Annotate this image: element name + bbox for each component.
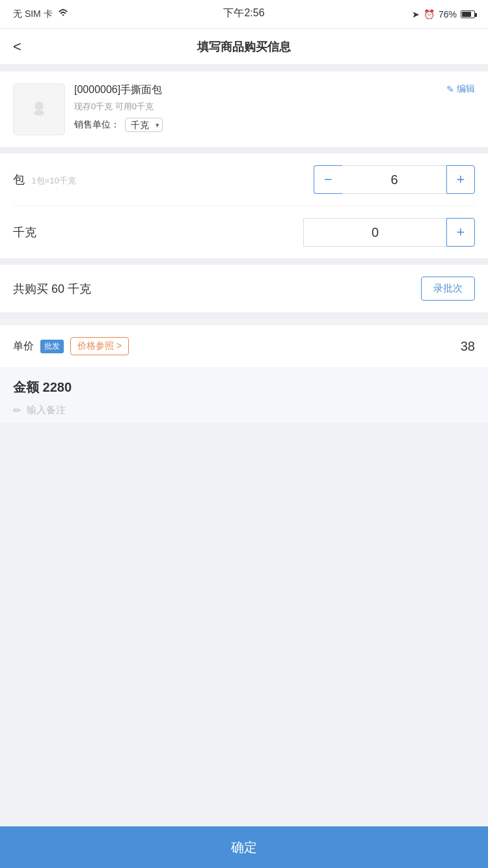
edit-icon: ✎ [446,84,454,94]
total-text: 共购买 60 千克 [13,281,91,297]
bao-input[interactable] [342,165,446,194]
price-value: 38 [461,339,475,354]
svg-point-0 [34,102,43,110]
status-bar: 无 SIM 卡 下午2:56 ➤ ⏰ 76% [0,0,488,29]
price-badge: 批发 [40,340,64,353]
bao-row: 包 1包=10千克 − + [13,154,475,206]
bottom-spacer [0,423,488,618]
note-row[interactable]: ✏ 输入备注 [13,404,475,416]
carrier-text: 无 SIM 卡 [13,8,53,20]
separator-2 [0,258,488,265]
kg-label: 千克 [13,226,36,239]
battery-percentage: 76% [439,9,457,20]
status-left: 无 SIM 卡 [13,8,68,20]
amount-section: 金额 2280 ✏ 输入备注 [0,367,488,423]
product-unit-row: 销售单位： 千克 [74,118,475,132]
price-ref-button[interactable]: 价格参照 > [70,337,129,355]
bao-minus-button[interactable]: − [314,165,342,194]
product-name: [0000006]手撕面包 [74,83,475,97]
confirm-bar[interactable]: 确定 [0,826,488,868]
nav-bar: < 填写商品购买信息 [0,29,488,65]
bao-hint: 1包=10千克 [31,176,75,185]
page-title: 填写商品购买信息 [197,39,291,55]
unit-label: 销售单位： [74,119,120,131]
bao-label: 包 [13,173,25,186]
product-info: [0000006]手撕面包 现存0千克 可用0千克 销售单位： 千克 [74,83,475,132]
kg-controls: + [303,218,475,247]
bao-controls: − + [314,165,475,194]
input-section: 包 1包=10千克 − + 千克 + [0,154,488,258]
batch-button[interactable]: 录批次 [421,277,475,301]
kg-row: 千克 + [13,206,475,258]
separator-top [0,65,488,72]
confirm-button[interactable]: 确定 [231,839,257,856]
kg-plus-button[interactable]: + [446,218,475,247]
note-placeholder: 输入备注 [27,404,66,416]
unit-select-wrap[interactable]: 千克 [125,118,163,132]
wifi-icon [58,8,68,20]
total-section: 共购买 60 千克 录批次 [0,265,488,312]
product-image [13,83,65,135]
alarm-icon: ⏰ [424,9,435,20]
status-time: 下午2:56 [223,7,264,20]
kg-label-wrap: 千克 [13,224,36,240]
product-stock: 现存0千克 可用0千克 [74,101,475,113]
battery-bar [461,10,475,18]
kg-input[interactable] [303,218,446,247]
product-card: [0000006]手撕面包 现存0千克 可用0千克 销售单位： 千克 ✎ 编辑 [0,72,488,147]
price-section: 单价 批发 价格参照 > 38 [0,325,488,367]
bao-label-wrap: 包 1包=10千克 [13,172,76,187]
unit-select[interactable]: 千克 [125,118,163,132]
amount-label: 金额 2280 [13,380,72,394]
edit-button[interactable]: ✎ 编辑 [446,83,475,95]
back-button[interactable]: < [13,38,21,55]
bao-plus-button[interactable]: + [446,165,475,194]
edit-label: 编辑 [457,83,475,95]
svg-point-1 [34,110,44,115]
location-icon: ➤ [412,9,420,20]
price-label: 单价 [13,340,34,353]
separator-3 [0,312,488,319]
amount-row: 金额 2280 [13,379,475,396]
note-icon: ✏ [13,405,21,416]
separator-1 [0,147,488,154]
status-right: ➤ ⏰ 76% [412,9,475,20]
